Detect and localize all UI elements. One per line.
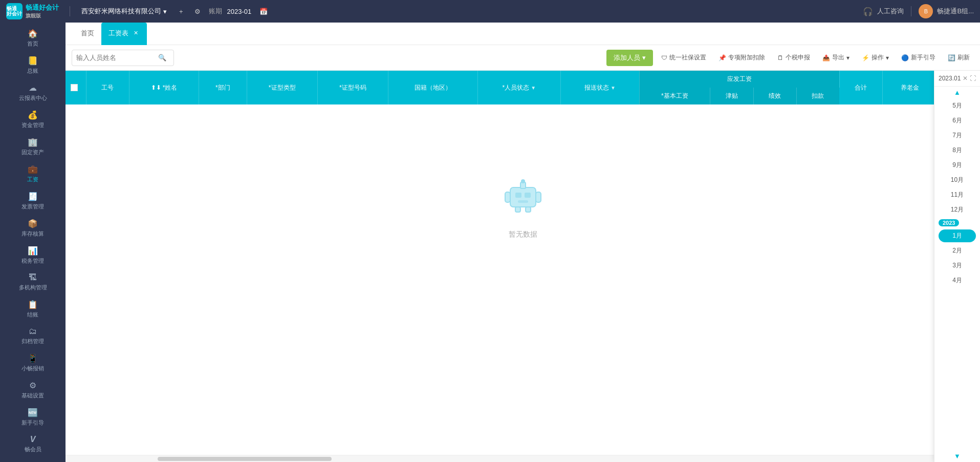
svg-rect-7	[536, 192, 541, 202]
filter-status-icon[interactable]: ▼	[531, 85, 536, 91]
sidebar-item-multi-org[interactable]: 🏗 多机构管理	[0, 269, 66, 296]
dropdown-icon: ▾	[163, 8, 167, 15]
date-month-11[interactable]: 11月	[934, 187, 980, 202]
svg-rect-1	[515, 193, 521, 198]
select-all-checkbox[interactable]	[71, 84, 78, 91]
support-btn[interactable]: 🎧 人工咨询	[863, 7, 904, 16]
sidebar-item-cloud-report[interactable]: ☁ 云报表中心	[0, 79, 66, 106]
date-panel-expand-btn[interactable]: ⛶	[970, 75, 976, 82]
guide-icon: 🆕	[28, 408, 38, 417]
period-value[interactable]: 2023-01	[227, 8, 252, 15]
date-month-8[interactable]: 8月	[934, 143, 980, 158]
date-month-2[interactable]: 2月	[934, 243, 980, 258]
headset-icon: 🎧	[863, 7, 873, 16]
sidebar-item-ledger[interactable]: 📒 总账	[0, 52, 66, 79]
shield-icon: 🛡	[661, 54, 667, 61]
sidebar-item-guide[interactable]: 🆕 新手引导	[0, 404, 66, 431]
sidebar-item-home[interactable]: 🏠 首页	[0, 25, 66, 52]
empty-state: 暂无数据	[66, 104, 980, 309]
th-performance: 绩效	[753, 88, 796, 104]
th-total: 合计	[839, 71, 882, 104]
th-base-salary: *基本工资	[639, 88, 710, 104]
svg-rect-8	[515, 207, 520, 212]
cloud-icon: ☁	[29, 83, 37, 93]
empty-icon	[503, 175, 543, 224]
sidebar-item-tax[interactable]: 📊 税务管理	[0, 242, 66, 269]
payroll-icon: 💼	[28, 164, 38, 174]
sidebar-item-invoice[interactable]: 🧾 发票管理	[0, 187, 66, 215]
sidebar-item-close-account[interactable]: 📋 结账	[0, 296, 66, 323]
scrollbar-area	[66, 455, 980, 462]
sidebar-item-vip[interactable]: V 畅会员	[0, 431, 66, 457]
date-month-6[interactable]: 6月	[934, 113, 980, 128]
date-month-7[interactable]: 7月	[934, 128, 980, 143]
export-icon: 📤	[822, 54, 830, 61]
sidebar-item-inventory[interactable]: 📦 库存核算	[0, 215, 66, 242]
date-month-1-active[interactable]: 1月	[939, 229, 976, 242]
date-month-5[interactable]: 5月	[934, 98, 980, 113]
sidebar-item-assets[interactable]: 🏢 固定资产	[0, 133, 66, 160]
top-bar: 畅通好会计 畅通好会计 旗舰版 西安虾米网络科技有限公司 ▾ + ⚙ 账期 20…	[0, 0, 980, 23]
logo-icon: 畅通好会计	[6, 3, 23, 19]
date-month-3[interactable]: 3月	[934, 258, 980, 273]
refresh-btn[interactable]: 🔄 刷新	[944, 51, 974, 64]
company-selector[interactable]: 西安虾米网络科技有限公司 ▾	[77, 5, 171, 18]
year-2023-badge: 2023	[939, 219, 959, 226]
user-menu[interactable]: B 畅捷通B组...	[919, 4, 974, 18]
svg-rect-0	[510, 187, 536, 207]
search-input[interactable]	[76, 54, 158, 61]
export-btn[interactable]: 📤 导出 ▾	[818, 51, 854, 64]
special-deduct-btn[interactable]: 📌 专项附加扣除	[714, 51, 769, 64]
tab-payroll[interactable]: 工资表 ✕	[101, 23, 147, 45]
add-btn[interactable]: +	[176, 6, 186, 17]
personal-tax-btn[interactable]: 🗒 个税申报	[773, 51, 814, 64]
th-payable-group: 应发工资	[639, 71, 839, 88]
tabs-bar: 首页 工资表 ✕	[66, 23, 980, 45]
social-security-btn[interactable]: 🛡 统一社保设置	[657, 51, 710, 64]
sidebar-item-payroll[interactable]: 💼 工资	[0, 160, 66, 187]
date-month-10[interactable]: 10月	[934, 173, 980, 187]
fund-icon: 💰	[28, 110, 38, 120]
invoice-icon: 🧾	[28, 192, 38, 201]
date-month-9[interactable]: 9月	[934, 158, 980, 173]
content-wrapper: 工号 ⬆⬇ *姓名 *部门 *证型类型 *证	[66, 71, 980, 462]
app-container: 畅通好会计 畅通好会计 旗舰版 西安虾米网络科技有限公司 ▾ + ⚙ 账期 20…	[0, 0, 980, 462]
settings-btn[interactable]: ⚙	[191, 6, 204, 17]
th-id-number: *证型号码	[317, 71, 388, 104]
tax-report-icon: 🗒	[777, 54, 783, 61]
th-id-type: *证型类型	[247, 71, 317, 104]
date-nav-up[interactable]: ▲	[934, 87, 980, 98]
search-icon[interactable]: 🔍	[158, 54, 166, 61]
up-arrow-icon[interactable]: ▲	[952, 87, 963, 98]
tab-close-payroll[interactable]: ✕	[132, 29, 140, 37]
sidebar-item-archive[interactable]: 🗂 归档管理	[0, 323, 66, 349]
th-allowance: 津贴	[710, 88, 753, 104]
logo-area: 畅通好会计 畅通好会计 旗舰版	[6, 3, 62, 19]
company-name: 西安虾米网络科技有限公司	[81, 7, 161, 16]
add-people-button[interactable]: 添加人员 ▾	[606, 50, 653, 66]
calendar-icon[interactable]: 📅	[256, 6, 271, 17]
assets-icon: 🏢	[28, 137, 38, 147]
svg-rect-9	[526, 207, 531, 212]
guide-toolbar-icon: 🔵	[901, 54, 909, 61]
date-month-4[interactable]: 4月	[934, 273, 980, 288]
divider-1	[70, 6, 70, 16]
period-label: 账期	[209, 7, 222, 16]
sidebar-item-expense[interactable]: 📱 小畅报销	[0, 349, 66, 376]
guide-btn[interactable]: 🔵 新手引导	[897, 51, 940, 64]
operations-btn[interactable]: ⚡ 操作 ▾	[858, 51, 893, 64]
toolbar: 🔍 添加人员 ▾ 🛡 统一社保设置 📌 专项附加扣除 🗒 个	[66, 45, 980, 71]
date-nav-down[interactable]: ▼	[934, 450, 980, 462]
inventory-icon: 📦	[28, 219, 38, 228]
filter-report-icon[interactable]: ▼	[611, 85, 616, 91]
tab-home[interactable]: 首页	[74, 23, 101, 45]
sidebar-item-fund[interactable]: 💰 资金管理	[0, 106, 66, 133]
horizontal-scrollbar[interactable]	[158, 457, 332, 461]
table-area[interactable]: 工号 ⬆⬇ *姓名 *部门 *证型类型 *证	[66, 71, 980, 455]
date-month-12[interactable]: 12月	[934, 202, 980, 217]
date-panel-close-btn[interactable]: ✕	[963, 75, 968, 82]
sidebar-item-settings[interactable]: ⚙ 基础设置	[0, 376, 66, 404]
down-arrow-icon[interactable]: ▼	[952, 450, 963, 462]
date-panel-header: 2023.01 ✕ ⛶	[934, 71, 980, 87]
th-checkbox	[66, 71, 86, 104]
